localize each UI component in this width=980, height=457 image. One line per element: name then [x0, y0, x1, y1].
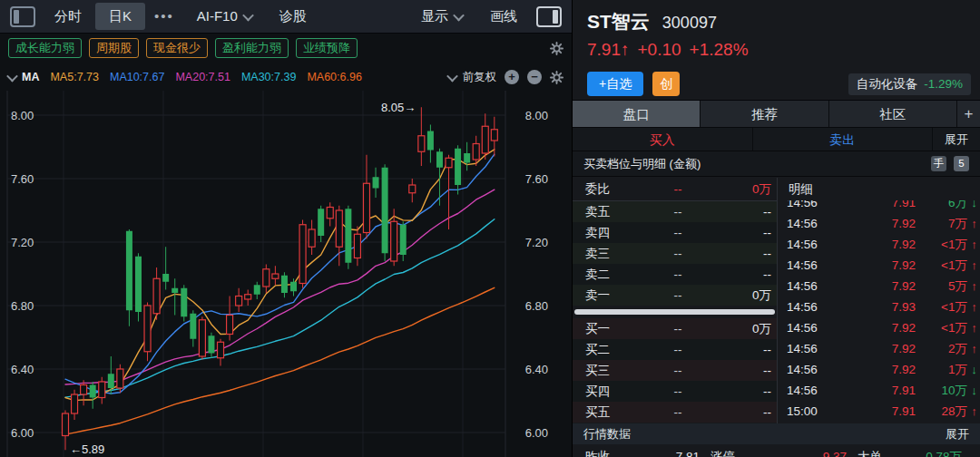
price-row: 7.91↑ +0.10 +1.28% — [587, 40, 749, 60]
add-watchlist-button[interactable]: +自选 — [587, 72, 643, 96]
depth-detail-title: 买卖档位与明细 (金额) — [583, 156, 701, 172]
book-row-卖三[interactable]: 卖三---- — [573, 243, 777, 264]
tab-pankou[interactable]: 盘口 — [573, 101, 701, 128]
gear-icon[interactable] — [550, 42, 564, 55]
display-menu-button[interactable]: 显示 — [407, 3, 476, 30]
stock-name: ST智云 — [587, 9, 650, 34]
trade-log-row[interactable]: 14:567.922万↑ — [778, 338, 980, 359]
trade-direction-arrow-icon: ↑ — [967, 321, 980, 335]
book-divider-bar[interactable] — [574, 309, 775, 315]
order-book: 委比 -- 0万 卖五----卖四----卖三----卖二----卖一--0万 … — [573, 178, 777, 423]
tag-growth-weak[interactable]: 成长能力弱 — [8, 38, 82, 58]
zoom-in-icon[interactable]: + — [505, 70, 519, 84]
sell-button[interactable]: 卖出 — [753, 128, 933, 151]
weibi-amount: 0万 — [712, 181, 777, 198]
candlestick-chart[interactable]: 8.008.007.607.607.207.206.806.806.406.40… — [0, 91, 572, 457]
gear-icon[interactable] — [550, 71, 564, 84]
trade-log-row[interactable]: 15:007.9128万↑ — [778, 401, 980, 422]
book-level-price: -- — [643, 205, 712, 219]
book-row-买三[interactable]: 买三---- — [573, 360, 777, 381]
chart-toolbar: 分时 日K ••• AI-F10 诊股 显示 画线 — [0, 0, 572, 34]
more-periods-icon[interactable]: ••• — [145, 3, 183, 30]
book-level-amount: -- — [712, 247, 777, 260]
book-level-label: 买五 — [573, 404, 643, 421]
book-row-买二[interactable]: 买二---- — [573, 339, 777, 360]
trade-time: 14:56 — [778, 363, 843, 376]
ma5-value: MA5:7.73 — [50, 71, 99, 83]
unit-hand-badge[interactable]: 手 — [931, 156, 946, 171]
expand-trade-button[interactable]: 展开 — [932, 128, 980, 151]
expand-market-data-button[interactable]: 展开 — [946, 426, 969, 442]
tag-profit-weak[interactable]: 盈利能力弱 — [215, 38, 289, 58]
tab-ai-f10[interactable]: AI-F10 — [183, 3, 266, 30]
book-level-label: 卖三 — [573, 246, 643, 262]
last-price: 7.91↑ — [587, 40, 629, 60]
quote-stats-row: 昨收 7.81 涨停 9.37 大单 0.78万 — [573, 446, 980, 457]
tab-tuijian[interactable]: 推荐 — [701, 101, 828, 128]
book-row-卖二[interactable]: 卖二---- — [573, 264, 777, 285]
book-row-卖四[interactable]: 卖四---- — [573, 222, 777, 243]
tag-earnings-down[interactable]: 业绩预降 — [296, 38, 358, 58]
level-count-badge[interactable]: 5 — [954, 156, 969, 171]
trade-log-row[interactable]: 14:567.92<1万↑ — [778, 317, 980, 338]
trade-log-row[interactable]: 14:567.9110万↓ — [778, 380, 980, 401]
trade-log-row[interactable]: 14:567.92<1万↑ — [778, 255, 980, 276]
collapse-left-panel-icon[interactable] — [10, 6, 35, 27]
buy-button[interactable]: 买入 — [573, 128, 753, 151]
tag-cyclical[interactable]: 周期股 — [89, 38, 139, 58]
trade-log-row[interactable]: 14:567.927万↑ — [778, 213, 980, 234]
tag-low-cash[interactable]: 现金很少 — [146, 38, 208, 58]
action-buttons: +自选 创 — [587, 72, 680, 96]
expand-right-panel-icon[interactable] — [536, 6, 562, 27]
trade-direction-arrow-icon: ↑ — [967, 342, 980, 355]
book-level-label: 买四 — [573, 384, 643, 400]
trade-direction-arrow-icon: ↓ — [967, 363, 980, 376]
trade-volume: <1万 — [916, 299, 967, 316]
book-level-amount: -- — [712, 364, 777, 377]
tab-fenshi[interactable]: 分时 — [41, 3, 95, 30]
market-data-bar: 行情数据 展开 — [573, 423, 980, 444]
trade-log-row[interactable]: 14:567.93<1万↑ — [778, 297, 980, 317]
book-row-卖一[interactable]: 卖一--0万 — [573, 285, 777, 306]
book-level-amount: -- — [712, 343, 777, 356]
book-level-price: -- — [643, 384, 712, 398]
trade-volume: 10万 — [916, 383, 967, 399]
sector-chip[interactable]: 自动化设备-1.29% — [848, 73, 971, 95]
ma-collapse-toggle[interactable]: MA — [8, 71, 39, 83]
zoom-out-icon[interactable]: − — [527, 70, 542, 84]
svg-text:6.00: 6.00 — [11, 426, 34, 440]
svg-text:7.60: 7.60 — [11, 172, 34, 186]
sector-name: 自动化设备 — [857, 77, 918, 91]
chevron-down-icon — [242, 9, 254, 21]
svg-text:6.40: 6.40 — [525, 363, 548, 376]
trade-log-row[interactable]: 14:567.921万↓ — [778, 359, 980, 380]
trade-log-row[interactable]: 14:567.925万↑ — [778, 276, 980, 297]
chevron-down-icon — [453, 9, 465, 21]
book-level-amount: 0万 — [712, 321, 777, 337]
weibi-label: 委比 — [573, 181, 643, 198]
book-row-买一[interactable]: 买一--0万 — [573, 318, 777, 339]
price-change: +0.10 — [637, 40, 681, 60]
adjust-mode-select[interactable]: 前复权 — [448, 70, 497, 85]
book-level-label: 买二 — [573, 342, 643, 358]
tab-shequ[interactable]: 社区 — [829, 101, 957, 128]
book-level-label: 卖四 — [573, 225, 643, 241]
draw-line-button[interactable]: 画线 — [476, 3, 531, 30]
prev-close-value: 7.81 — [636, 450, 700, 457]
big-order-label: 大单 — [858, 449, 888, 457]
trade-log-row[interactable]: 14:567.92<1万↑ — [778, 234, 980, 255]
add-tab-button[interactable]: + — [957, 101, 980, 128]
book-row-买五[interactable]: 买五---- — [573, 402, 777, 423]
svg-text:7.60: 7.60 — [525, 172, 548, 186]
limit-up-label: 涨停 — [710, 449, 741, 457]
tab-zhengu[interactable]: 诊股 — [266, 3, 320, 30]
trade-volume: 28万 — [916, 404, 967, 420]
book-row-买四[interactable]: 买四---- — [573, 381, 777, 402]
book-row-卖五[interactable]: 卖五---- — [573, 201, 777, 222]
book-level-price: -- — [643, 247, 712, 260]
big-order-value: 0.78万 — [888, 449, 980, 457]
svg-text:6.80: 6.80 — [525, 299, 548, 313]
quote-panel: ST智云 300097 7.91↑ +0.10 +1.28% +自选 创 自动化… — [572, 0, 980, 457]
tab-daily-k[interactable]: 日K — [95, 3, 145, 30]
trade-price: 7.92 — [843, 238, 916, 251]
